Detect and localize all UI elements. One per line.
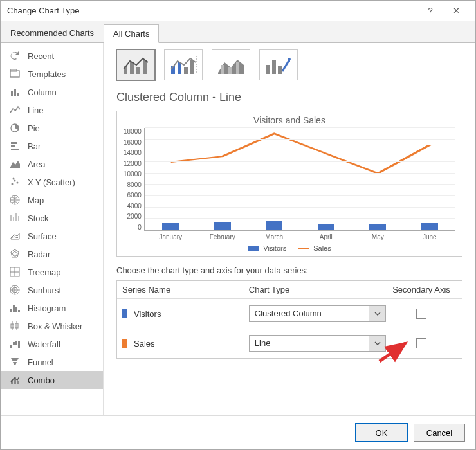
svg-point-10	[12, 183, 14, 185]
waterfall-icon	[8, 338, 21, 350]
svg-rect-3	[14, 89, 16, 96]
sidebar-item-label: Radar	[28, 249, 50, 259]
sunburst-icon	[8, 284, 21, 296]
sidebar-item-radar[interactable]: Radar	[1, 245, 103, 263]
tab-all-charts[interactable]: All Charts	[104, 24, 159, 43]
select-value: Clustered Column	[250, 306, 369, 321]
secondary-axis-checkbox-sales[interactable]	[416, 338, 426, 348]
subtype-row	[116, 50, 462, 80]
histogram-icon	[8, 302, 21, 314]
plot-area	[144, 128, 455, 231]
sidebar-item-label: Column	[28, 87, 57, 97]
stock-icon	[8, 212, 21, 224]
svg-marker-41	[11, 358, 19, 361]
sidebar-item-label: Sunburst	[28, 285, 61, 295]
subtype-title: Clustered Column - Line	[116, 91, 462, 104]
sidebar-item-label: Templates	[28, 69, 66, 79]
sidebar-item-map[interactable]: Map	[1, 191, 103, 209]
sidebar-item-bar[interactable]: Bar	[1, 137, 103, 155]
svg-rect-6	[11, 142, 17, 144]
sidebar-item-box-whisker[interactable]: Box & Whisker	[1, 317, 103, 335]
svg-rect-61	[278, 66, 282, 74]
select-value: Line	[250, 336, 369, 351]
svg-rect-37	[10, 345, 12, 348]
subtype-clustered-column-line[interactable]	[116, 50, 155, 80]
svg-rect-53	[190, 60, 194, 74]
bar-icon	[8, 140, 21, 152]
help-button[interactable]: ?	[417, 1, 443, 21]
sidebar-item-stock[interactable]: Stock	[1, 209, 103, 227]
chart-legend: Visitors Sales	[124, 244, 455, 252]
ok-button[interactable]: OK	[356, 424, 407, 442]
chart-type-select-sales[interactable]: Line	[249, 335, 386, 352]
svg-marker-9	[10, 161, 20, 168]
sidebar-item-area[interactable]: Area	[1, 155, 103, 173]
sidebar-item-surface[interactable]: Surface	[1, 227, 103, 245]
series-instructions: Choose the chart type and axis for your …	[116, 266, 462, 275]
surface-icon	[8, 230, 21, 242]
x-y-scatter--icon	[8, 176, 21, 188]
svg-marker-42	[13, 362, 17, 365]
svg-rect-38	[13, 342, 15, 345]
svg-rect-48	[136, 68, 140, 74]
sidebar-item-label: Funnel	[28, 357, 53, 367]
sidebar-item-pie[interactable]: Pie	[1, 119, 103, 137]
sidebar-item-sunburst[interactable]: Sunburst	[1, 281, 103, 299]
area-icon	[8, 158, 21, 170]
column-icon	[8, 86, 21, 98]
svg-rect-47	[130, 62, 134, 74]
sidebar-item-label: Treemap	[28, 267, 61, 277]
chart-title: Visitors and Sales	[124, 115, 455, 125]
svg-rect-39	[15, 341, 17, 345]
chevron-down-icon[interactable]	[369, 306, 385, 321]
sidebar-item-x-y-scatter-[interactable]: X Y (Scatter)	[1, 173, 103, 191]
tab-strip: Recommended Charts All Charts	[1, 21, 475, 43]
sidebar-item-label: Histogram	[28, 303, 66, 313]
sidebar-item-label: Area	[28, 159, 45, 169]
tab-recommended-charts[interactable]: Recommended Charts	[1, 24, 104, 42]
close-button[interactable]: ✕	[443, 1, 469, 21]
chevron-down-icon[interactable]	[369, 336, 385, 351]
svg-rect-31	[15, 307, 17, 312]
sidebar-item-label: Waterfall	[28, 339, 60, 349]
recent-icon	[8, 50, 21, 62]
map-icon	[8, 194, 21, 206]
chart-type-select-visitors[interactable]: Clustered Column	[249, 305, 386, 322]
svg-rect-4	[17, 93, 19, 96]
sidebar-item-combo[interactable]: Combo	[1, 371, 103, 389]
sidebar-item-label: Stock	[28, 213, 49, 223]
subtype-stacked-area-column[interactable]	[212, 50, 250, 80]
series-name: Sales	[134, 339, 155, 348]
svg-rect-29	[10, 309, 12, 312]
sidebar-chart-types: RecentTemplatesColumnLinePieBarAreaX Y (…	[1, 43, 104, 415]
line-icon	[298, 248, 309, 249]
sidebar-item-templates[interactable]: Templates	[1, 65, 103, 83]
svg-rect-60	[272, 60, 276, 74]
svg-rect-7	[11, 145, 15, 147]
sidebar-item-waterfall[interactable]: Waterfall	[1, 335, 103, 353]
secondary-axis-checkbox-visitors[interactable]	[416, 309, 426, 319]
content-pane: Clustered Column - Line Visitors and Sal…	[104, 43, 475, 415]
sidebar-item-histogram[interactable]: Histogram	[1, 299, 103, 317]
sidebar-item-recent[interactable]: Recent	[1, 47, 103, 65]
sidebar-item-treemap[interactable]: Treemap	[1, 263, 103, 281]
sidebar-item-line[interactable]: Line	[1, 101, 103, 119]
sidebar-item-label: Combo	[28, 375, 55, 385]
sidebar-item-column[interactable]: Column	[1, 83, 103, 101]
sidebar-item-funnel[interactable]: Funnel	[1, 353, 103, 371]
sidebar-item-label: Map	[28, 195, 44, 205]
series-color-swatch	[122, 309, 127, 318]
cancel-button[interactable]: Cancel	[414, 424, 465, 442]
svg-marker-19	[11, 233, 19, 239]
series-table: Series Name Chart Type Secondary Axis Vi…	[116, 280, 462, 359]
sidebar-item-label: Surface	[28, 231, 57, 241]
subtype-clustered-column-line-secondary[interactable]	[164, 50, 203, 80]
series-color-swatch	[122, 339, 127, 348]
subtype-custom-combo[interactable]	[259, 50, 298, 80]
y-axis-labels: 1800016000140001200010000800060004000200…	[124, 128, 144, 231]
series-header: Series Name Chart Type Secondary Axis	[117, 281, 462, 299]
sidebar-item-label: Line	[28, 105, 44, 115]
series-row-visitors: Visitors Clustered Column	[117, 299, 462, 328]
box-whisker-icon	[8, 320, 21, 332]
svg-rect-58	[236, 62, 239, 74]
